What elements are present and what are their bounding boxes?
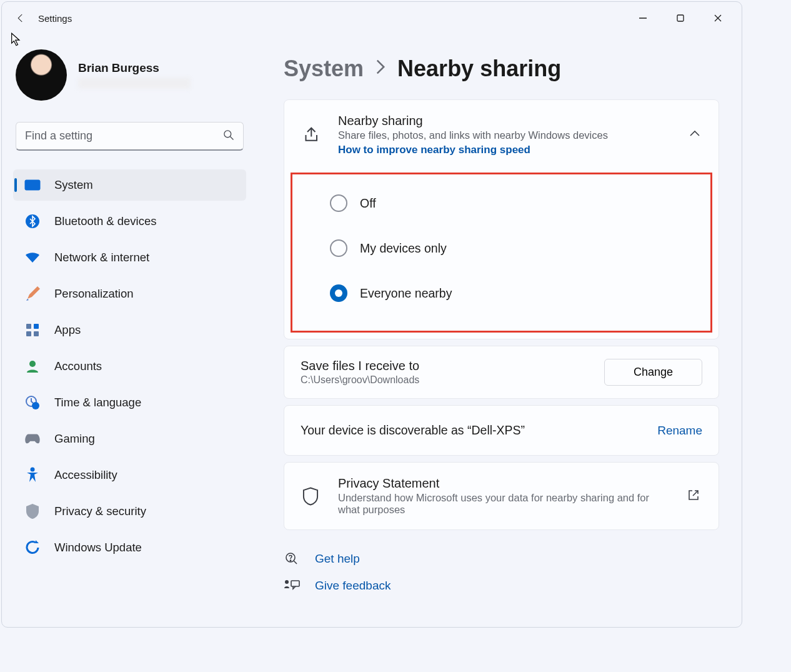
svg-rect-12 xyxy=(34,331,39,336)
sidebar: Brian Burgess System xyxy=(2,34,255,627)
sidebar-item-privacy[interactable]: Privacy & security xyxy=(13,496,246,527)
sidebar-item-label: Personalization xyxy=(54,287,134,301)
card-subtitle: Share files, photos, and links with near… xyxy=(338,129,671,141)
radio-indicator xyxy=(330,239,347,257)
nearby-sharing-header[interactable]: Nearby sharing Share files, photos, and … xyxy=(284,100,719,170)
radio-indicator xyxy=(330,194,347,212)
sidebar-item-gaming[interactable]: Gaming xyxy=(13,423,246,454)
sidebar-item-label: Privacy & security xyxy=(54,504,146,518)
radio-off[interactable]: Off xyxy=(330,194,685,212)
titlebar: Settings xyxy=(2,2,742,34)
footer-link-label: Get help xyxy=(315,552,360,566)
person-icon xyxy=(24,358,41,374)
card-title: Nearby sharing xyxy=(338,114,671,128)
sidebar-item-network[interactable]: Network & internet xyxy=(13,242,246,273)
search-icon xyxy=(222,129,235,144)
svg-rect-6 xyxy=(25,180,40,190)
clock-globe-icon xyxy=(24,394,41,411)
sidebar-item-accounts[interactable]: Accounts xyxy=(13,351,246,382)
sidebar-item-label: Apps xyxy=(54,323,81,337)
main-content: System Nearby sharing Nearby sharing Sha… xyxy=(255,34,742,627)
svg-point-19 xyxy=(285,580,289,584)
user-name: Brian Burgess xyxy=(78,61,191,75)
radio-indicator xyxy=(330,284,347,302)
shield-icon xyxy=(24,503,41,519)
help-link[interactable]: How to improve nearby sharing speed xyxy=(338,144,530,156)
change-button[interactable]: Change xyxy=(604,359,702,386)
settings-window: Settings Brian Burgess xyxy=(1,1,742,628)
svg-line-5 xyxy=(231,137,234,140)
privacy-subtitle: Understand how Microsoft uses your data … xyxy=(338,492,670,516)
maximize-button[interactable] xyxy=(662,6,699,31)
sidebar-item-bluetooth[interactable]: Bluetooth & devices xyxy=(13,206,246,237)
give-feedback-link[interactable]: Give feedback xyxy=(284,579,719,593)
svg-point-15 xyxy=(32,402,39,409)
radio-everyone[interactable]: Everyone nearby xyxy=(330,284,685,302)
sidebar-item-label: Bluetooth & devices xyxy=(54,214,157,228)
svg-rect-9 xyxy=(26,324,31,329)
privacy-title: Privacy Statement xyxy=(338,476,670,491)
sharing-mode-radiogroup: Off My devices only Everyone nearby xyxy=(291,173,712,333)
svg-rect-11 xyxy=(26,331,31,336)
radio-label: Off xyxy=(360,196,376,211)
save-location-path: C:\Users\groov\Downloads xyxy=(301,374,604,386)
sidebar-item-personalization[interactable]: Personalization xyxy=(13,278,246,309)
apps-icon xyxy=(24,322,41,338)
svg-point-16 xyxy=(31,468,35,472)
discoverable-card: Your device is discoverable as “Dell-XPS… xyxy=(284,405,719,456)
radio-label: Everyone nearby xyxy=(360,286,452,301)
svg-rect-20 xyxy=(291,581,299,586)
gamepad-icon xyxy=(24,431,41,447)
radio-my-devices[interactable]: My devices only xyxy=(330,239,685,257)
search-input[interactable] xyxy=(16,122,244,151)
close-button[interactable] xyxy=(699,6,737,31)
sidebar-item-accessibility[interactable]: Accessibility xyxy=(13,459,246,491)
wifi-icon xyxy=(24,249,41,266)
external-link-icon xyxy=(687,489,702,504)
svg-rect-1 xyxy=(677,15,684,21)
sidebar-item-label: Accounts xyxy=(54,359,102,373)
svg-point-13 xyxy=(29,361,36,367)
chevron-up-icon xyxy=(689,129,702,141)
minimize-button[interactable] xyxy=(624,6,662,31)
sidebar-item-time-language[interactable]: Time & language xyxy=(13,387,246,418)
radio-label: My devices only xyxy=(360,241,447,256)
back-button[interactable] xyxy=(14,12,27,24)
sidebar-item-label: Time & language xyxy=(54,396,141,409)
save-location-card: Save files I receive to C:\Users\groov\D… xyxy=(284,346,719,399)
nearby-sharing-card: Nearby sharing Share files, photos, and … xyxy=(284,99,719,339)
update-icon xyxy=(24,539,41,556)
svg-point-4 xyxy=(224,131,231,138)
privacy-card[interactable]: Privacy Statement Understand how Microso… xyxy=(284,462,719,530)
sidebar-item-label: Windows Update xyxy=(54,541,142,554)
paintbrush-icon xyxy=(24,286,41,302)
share-icon xyxy=(301,126,321,144)
breadcrumb-parent[interactable]: System xyxy=(284,56,364,82)
chevron-right-icon xyxy=(375,59,386,79)
app-title: Settings xyxy=(38,13,72,24)
footer-link-label: Give feedback xyxy=(315,579,391,593)
sidebar-item-label: Accessibility xyxy=(54,468,117,482)
user-block[interactable]: Brian Burgess xyxy=(12,49,247,101)
rename-link[interactable]: Rename xyxy=(657,424,702,438)
breadcrumb: System Nearby sharing xyxy=(284,56,719,82)
help-icon xyxy=(284,551,300,566)
feedback-icon xyxy=(284,579,300,593)
sidebar-item-label: Gaming xyxy=(54,432,95,446)
sidebar-item-system[interactable]: System xyxy=(13,169,246,201)
svg-rect-10 xyxy=(34,324,39,329)
bluetooth-icon xyxy=(24,213,41,229)
svg-point-18 xyxy=(290,560,291,561)
get-help-link[interactable]: Get help xyxy=(284,551,719,566)
page-title: Nearby sharing xyxy=(397,56,561,82)
accessibility-icon xyxy=(24,467,41,483)
sidebar-item-windows-update[interactable]: Windows Update xyxy=(13,532,246,563)
save-location-title: Save files I receive to xyxy=(301,359,604,373)
sidebar-item-label: System xyxy=(54,178,93,192)
user-email-blur xyxy=(78,78,191,89)
shield-outline-icon xyxy=(301,486,321,506)
display-icon xyxy=(24,177,41,193)
sidebar-item-label: Network & internet xyxy=(54,251,149,264)
discoverable-text: Your device is discoverable as “Dell-XPS… xyxy=(301,423,657,438)
sidebar-item-apps[interactable]: Apps xyxy=(13,314,246,346)
